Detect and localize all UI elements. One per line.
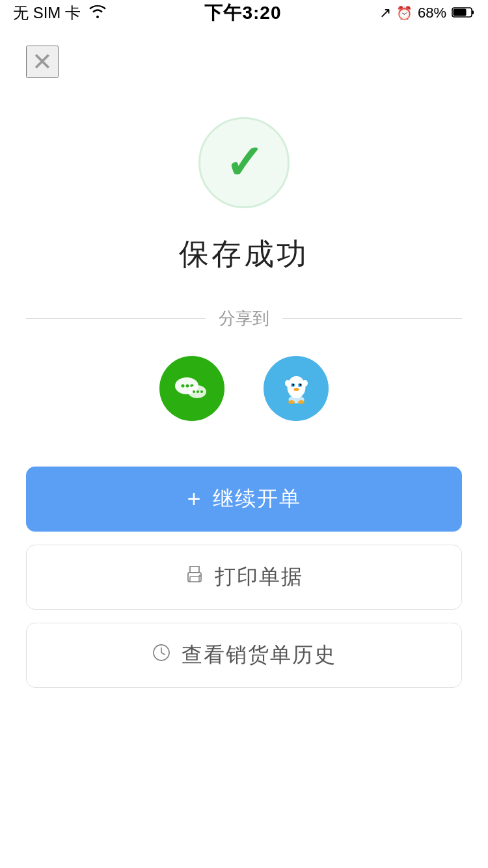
history-icon [152, 643, 171, 668]
close-icon: ✕ [32, 49, 53, 74]
svg-rect-2 [453, 9, 466, 16]
print-button[interactable]: 打印单据 [26, 545, 462, 610]
close-button[interactable]: ✕ [26, 46, 59, 78]
print-label: 打印单据 [215, 563, 303, 591]
share-label: 分享到 [219, 307, 269, 330]
action-buttons: + 继续开单 打印单据 查看销货单历史 [0, 467, 488, 688]
status-time: 下午3:20 [204, 1, 281, 25]
svg-point-8 [193, 390, 195, 393]
location-icon: ↗ [379, 5, 391, 21]
svg-point-20 [288, 400, 295, 404]
svg-point-4 [182, 385, 185, 388]
alarm-icon: ⏰ [396, 5, 413, 21]
continue-order-button[interactable]: + 继续开单 [26, 467, 462, 532]
svg-rect-23 [190, 566, 199, 573]
svg-point-25 [199, 575, 201, 576]
continue-order-label: 继续开单 [213, 485, 301, 513]
svg-point-10 [200, 390, 203, 393]
svg-point-5 [186, 385, 189, 388]
battery-percent: 68% [418, 5, 446, 21]
no-sim-text: 无 SIM 卡 [13, 3, 81, 23]
svg-point-21 [298, 400, 305, 404]
close-area: ✕ [0, 26, 488, 78]
svg-point-18 [303, 380, 308, 387]
success-title: 保存成功 [179, 234, 309, 275]
wechat-icon [172, 369, 211, 408]
status-right: ↗ ⏰ 68% [379, 4, 475, 22]
svg-point-9 [197, 390, 199, 393]
svg-point-15 [299, 383, 301, 385]
history-button[interactable]: 查看销货单历史 [26, 623, 462, 688]
status-left: 无 SIM 卡 [13, 3, 107, 23]
qq-icon [278, 371, 314, 407]
wifi-icon [88, 4, 107, 22]
svg-point-11 [287, 376, 305, 398]
checkmark-icon: ✓ [224, 139, 264, 186]
divider-left [26, 318, 206, 319]
wechat-share-button[interactable] [159, 356, 224, 421]
history-label: 查看销货单历史 [182, 641, 336, 670]
print-icon [185, 566, 204, 589]
share-icons-container [26, 356, 462, 421]
plus-icon: + [187, 485, 202, 513]
share-divider: 分享到 [26, 307, 462, 330]
qq-share-button[interactable] [264, 356, 329, 421]
success-section: ✓ 保存成功 [0, 78, 488, 307]
svg-point-16 [293, 388, 299, 391]
share-section: 分享到 [0, 307, 488, 421]
svg-point-14 [292, 383, 294, 385]
svg-point-17 [285, 380, 290, 387]
svg-rect-1 [472, 10, 474, 14]
success-circle: ✓ [198, 117, 290, 208]
battery-icon [452, 4, 475, 22]
svg-rect-24 [190, 576, 199, 582]
divider-right [282, 318, 462, 319]
status-bar: 无 SIM 卡 下午3:20 ↗ ⏰ 68% [0, 0, 488, 26]
